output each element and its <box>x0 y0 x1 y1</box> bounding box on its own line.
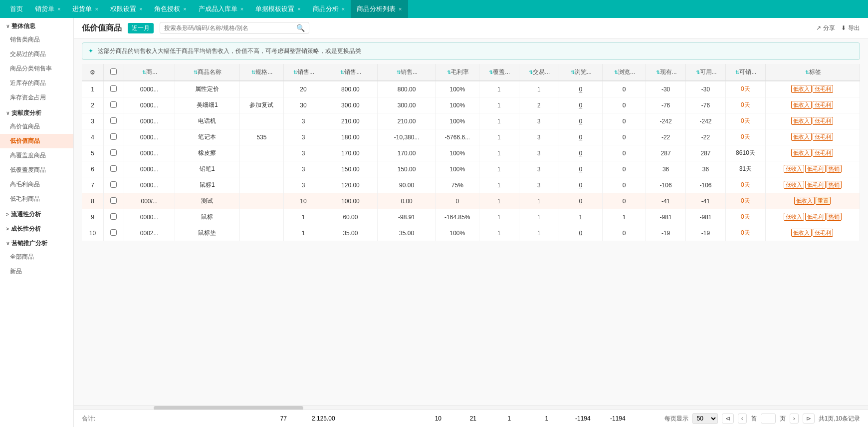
col-header-coverage[interactable]: ⇅覆盖... <box>479 64 519 81</box>
nav-item-进货单[interactable]: 进货单× <box>66 0 104 18</box>
col-header-sales_qty[interactable]: ⇅销售... <box>283 64 323 81</box>
row-checkbox[interactable] <box>104 129 124 145</box>
col-header-current[interactable]: ⇅现有... <box>646 64 686 81</box>
col-header-sellable[interactable]: ⇅可销... <box>726 64 766 81</box>
sidebar-item-低价值商品[interactable]: 低价值商品 <box>0 134 73 148</box>
row-browse1[interactable]: 0 <box>559 81 602 97</box>
sidebar-item-高价值商品[interactable]: 高价值商品 <box>0 119 73 134</box>
col-header-code[interactable]: ⇅商... <box>124 64 175 81</box>
browse1-link[interactable]: 0 <box>579 150 583 157</box>
nav-item-商品分析[interactable]: 商品分析× <box>307 0 351 18</box>
select-all-checkbox[interactable] <box>110 68 117 75</box>
search-icon[interactable]: 🔍 <box>296 24 305 32</box>
sidebar-group-流通性分析[interactable]: >流通性分析 <box>0 206 73 221</box>
row-checkbox[interactable] <box>104 113 124 129</box>
nav-item-单据模板设置[interactable]: 单据模板设置× <box>249 0 306 18</box>
sort-icon[interactable]: ⇅ <box>293 69 297 75</box>
sort-icon[interactable]: ⇅ <box>194 69 198 75</box>
sort-icon[interactable]: ⇅ <box>529 69 533 75</box>
sidebar-group-整体信息[interactable]: ∨整体信息 <box>0 18 73 32</box>
sort-icon[interactable]: ⇅ <box>735 69 739 75</box>
share-button[interactable]: ↗ 分享 <box>816 24 835 32</box>
col-header-sales_profit[interactable]: ⇅销售... <box>378 64 435 81</box>
sidebar-group-营销推广分析[interactable]: ∨营销推广分析 <box>0 235 73 250</box>
browse1-link[interactable]: 1 <box>579 214 583 221</box>
sort-icon[interactable]: ⇅ <box>614 69 618 75</box>
row-checkbox[interactable] <box>104 145 124 161</box>
browse1-link[interactable]: 0 <box>579 118 583 125</box>
row-checkbox[interactable] <box>104 97 124 113</box>
last-page-button[interactable]: ⊳ <box>803 414 815 424</box>
row-checkbox[interactable] <box>104 193 124 209</box>
browse1-link[interactable]: 0 <box>579 102 583 109</box>
row-select-checkbox[interactable] <box>110 197 117 204</box>
settings-icon[interactable]: ⚙ <box>90 69 95 76</box>
nav-item-产成品入库单[interactable]: 产成品入库单× <box>193 0 249 18</box>
nav-item-商品分析列表[interactable]: 商品分析列表× <box>351 0 408 18</box>
sort-icon[interactable]: ⇅ <box>571 69 575 75</box>
browse1-link[interactable]: 0 <box>579 86 583 93</box>
row-select-checkbox[interactable] <box>110 149 117 156</box>
row-checkbox[interactable] <box>104 161 124 177</box>
nav-item-销货单[interactable]: 销货单× <box>29 0 66 18</box>
sort-icon[interactable]: ⇅ <box>340 69 344 75</box>
close-icon[interactable]: × <box>95 6 98 12</box>
close-icon[interactable]: × <box>240 6 243 12</box>
sidebar-item-新品[interactable]: 新品 <box>0 264 73 279</box>
col-header-margin[interactable]: ⇅毛利率 <box>435 64 479 81</box>
row-select-checkbox[interactable] <box>110 117 117 124</box>
sort-icon[interactable]: ⇅ <box>142 69 146 75</box>
row-browse1[interactable]: 0 <box>559 145 602 161</box>
col-header-available[interactable]: ⇅可用... <box>686 64 726 81</box>
close-icon[interactable]: × <box>342 6 345 12</box>
col-header-spec[interactable]: ⇅规格... <box>240 64 283 81</box>
close-icon[interactable]: × <box>297 6 300 12</box>
sidebar-group-成长性分析[interactable]: >成长性分析 <box>0 221 73 235</box>
nav-item-权限设置[interactable]: 权限设置× <box>104 0 148 18</box>
search-input[interactable] <box>164 24 296 31</box>
export-button[interactable]: ⬇ 导出 <box>841 24 860 32</box>
row-browse1[interactable]: 0 <box>559 113 602 129</box>
sort-icon[interactable]: ⇅ <box>656 69 660 75</box>
sort-icon[interactable]: ⇅ <box>805 69 809 75</box>
row-browse1[interactable]: 0 <box>559 97 602 113</box>
row-select-checkbox[interactable] <box>110 133 117 140</box>
sort-icon[interactable]: ⇅ <box>447 69 451 75</box>
close-icon[interactable]: × <box>57 6 60 12</box>
col-header-tag[interactable]: ⇅标签 <box>765 64 860 81</box>
sidebar-item-商品分类销售率[interactable]: 商品分类销售率 <box>0 61 73 76</box>
row-browse1[interactable]: 0 <box>559 129 602 145</box>
col-header-browse1[interactable]: ⇅浏览... <box>559 64 602 81</box>
row-checkbox[interactable] <box>104 225 124 241</box>
row-select-checkbox[interactable] <box>110 101 117 108</box>
prev-page-button[interactable]: ‹ <box>738 414 747 424</box>
browse1-link[interactable]: 0 <box>579 230 583 237</box>
row-checkbox[interactable] <box>104 177 124 193</box>
browse1-link[interactable]: 0 <box>579 134 583 141</box>
row-select-checkbox[interactable] <box>110 181 117 188</box>
row-checkbox[interactable] <box>104 81 124 97</box>
sidebar-item-交易过的商品[interactable]: 交易过的商品 <box>0 47 73 61</box>
sidebar-item-低毛利商品[interactable]: 低毛利商品 <box>0 192 73 206</box>
sort-icon[interactable]: ⇅ <box>696 69 700 75</box>
row-checkbox[interactable] <box>104 209 124 225</box>
sidebar-item-销售类商品[interactable]: 销售类商品 <box>0 32 73 47</box>
row-select-checkbox[interactable] <box>110 229 117 236</box>
nav-item-角色授权[interactable]: 角色授权× <box>148 0 192 18</box>
row-select-checkbox[interactable] <box>110 85 117 92</box>
nav-item-首页[interactable]: 首页 <box>4 0 29 18</box>
browse1-link[interactable]: 0 <box>579 166 583 173</box>
browse1-link[interactable]: 0 <box>579 182 583 189</box>
sort-icon[interactable]: ⇅ <box>397 69 401 75</box>
close-icon[interactable]: × <box>399 6 402 12</box>
close-icon[interactable]: × <box>183 6 186 12</box>
sidebar-item-近库存的商品[interactable]: 近库存的商品 <box>0 76 73 90</box>
bottom-scrollbar[interactable] <box>74 406 868 410</box>
row-browse1[interactable]: 1 <box>559 209 602 225</box>
per-page-select[interactable]: 50 100 200 <box>692 413 718 424</box>
sidebar-item-库存资金占用[interactable]: 库存资金占用 <box>0 90 73 105</box>
col-header-browse2[interactable]: ⇅浏览... <box>602 64 646 81</box>
sort-icon[interactable]: ⇅ <box>251 69 255 75</box>
col-header-sales_amt[interactable]: ⇅销售... <box>323 64 378 81</box>
row-browse1[interactable]: 0 <box>559 177 602 193</box>
